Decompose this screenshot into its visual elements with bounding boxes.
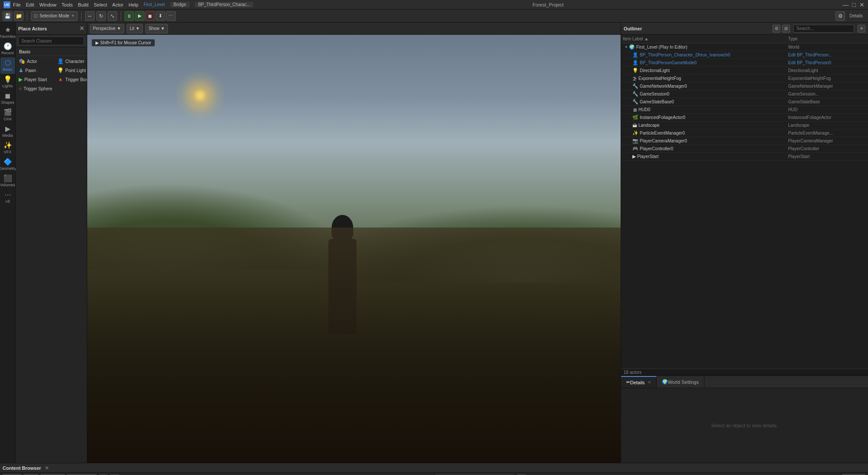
outliner-row[interactable]: 🔧 GameStateBase0 GameStateBase <box>621 98 868 106</box>
search-classes-input[interactable] <box>18 36 84 45</box>
more-play-btn[interactable]: ⋯ <box>166 11 176 21</box>
details-tab[interactable]: ✏ Details ✕ <box>621 376 657 388</box>
outliner-search-input[interactable] <box>793 25 854 33</box>
nav-vfx[interactable]: ✨ VFX <box>0 140 15 156</box>
place-triggerbox-item[interactable]: 🔺 Trigger Box <box>55 75 87 84</box>
perspective-btn[interactable]: Perspective ▼ <box>90 24 124 33</box>
selection-mode-dropdown[interactable]: ⬡ Selection Mode ▼ <box>31 11 78 21</box>
scale-icon[interactable]: ⤡ <box>108 11 117 21</box>
nav-shapes[interactable]: ◼ Shapes <box>0 90 15 107</box>
details-tab-close-btn[interactable]: ✕ <box>648 380 651 385</box>
nav-volumes[interactable]: ⬛ Volumes <box>0 173 15 189</box>
nav-favorites[interactable]: ★ Favorites <box>0 24 15 41</box>
stop-button[interactable]: ⏹ <box>145 11 155 21</box>
row-type: Edit BP_ThirdPerson0 <box>788 60 866 65</box>
outliner-row[interactable]: 🌿 InstancedFoliageActor0 InstancedFoliag… <box>621 114 868 122</box>
project-title: Forest_Project <box>253 2 842 7</box>
row-name: PlayerStart <box>637 154 788 159</box>
menu-actor[interactable]: Actor <box>112 2 124 7</box>
outliner-row[interactable]: 👤 BP_ThirdPerson_Character_Dhruv_Ivanovi… <box>621 51 868 59</box>
outliner-close-btn[interactable]: ✕ <box>858 25 865 33</box>
outliner-row[interactable]: ▶ PlayerStart PlayerStart <box>621 153 868 161</box>
row-name: GameNetworkManager0 <box>640 84 788 89</box>
show-btn[interactable]: Show ▼ <box>145 24 168 33</box>
expand-arrow-icon[interactable]: ▼ <box>625 45 628 49</box>
outliner-header: Outliner ⚙ ⊞ ✕ <box>621 23 868 35</box>
menu-file[interactable]: File <box>13 2 21 7</box>
nav-all[interactable]: ⋯ All <box>0 189 15 206</box>
row-name: DirectionalLight <box>640 68 788 73</box>
nav-media[interactable]: ▶ Media <box>0 123 15 140</box>
lit-btn[interactable]: Lit ▼ <box>127 24 143 33</box>
row-name: ParticleEventManager0 <box>640 131 788 135</box>
skip-button[interactable]: ⬇ <box>156 11 165 21</box>
minimize-btn[interactable]: — <box>843 1 849 8</box>
cine-icon: 🎬 <box>3 109 12 116</box>
playerstart-icon: ▶ <box>19 76 23 82</box>
pawn-label: Pawn <box>25 68 36 73</box>
outliner-row[interactable]: 🌫 ExponentialHeightFog ExponentialHeight… <box>621 75 868 82</box>
outliner-row[interactable]: 💡 DirectionalLight DirectionalLight <box>621 67 868 75</box>
settings-icon[interactable]: ⚙ <box>835 11 845 21</box>
menu-window[interactable]: Window <box>39 2 56 7</box>
play-button[interactable]: ▶ <box>135 11 145 21</box>
place-playerstart-item[interactable]: ▶ Player Start <box>16 75 55 84</box>
menu-tools[interactable]: Tools <box>62 2 73 7</box>
mouse-cursor-button[interactable]: ▶ Shift+F1 for Mouse Cursor <box>92 39 155 46</box>
menu-build[interactable]: Build <box>78 2 89 7</box>
place-actors-close-btn[interactable]: ✕ <box>79 25 84 32</box>
outliner-row[interactable]: ✨ ParticleEventManager0 ParticleEventMan… <box>621 129 868 137</box>
outliner-row[interactable]: 👤 BP_ThirdPersonGameMode0 Edit BP_ThirdP… <box>621 59 868 67</box>
nav-recent[interactable]: 🕐 Recent <box>0 41 15 57</box>
browse-icon[interactable]: 📁 <box>14 11 23 21</box>
maximize-btn[interactable]: □ <box>852 1 856 8</box>
pause-button[interactable]: ⏸ <box>125 11 134 21</box>
place-pawn-item[interactable]: ♟ Pawn <box>16 66 55 75</box>
place-actor-item[interactable]: 🎭 Actor <box>16 57 55 66</box>
bridge-tab[interactable]: Bridge <box>170 2 190 7</box>
outliner-row[interactable]: 📷 PlayerCameraManager0 PlayerCameraManag… <box>621 137 868 145</box>
menu-edit[interactable]: Edit <box>26 2 34 7</box>
close-btn[interactable]: ✕ <box>859 1 865 8</box>
place-character-item[interactable]: 👤 Character <box>55 57 87 66</box>
nav-lights[interactable]: 💡 Lights <box>0 74 15 90</box>
row-type: ExponentialHeightFog <box>788 76 866 81</box>
selection-mode-label: Selection Mode <box>39 13 69 18</box>
project-tab[interactable]: BP_ThirdPerson_Charac... <box>195 2 254 7</box>
geometry-icon: 🔷 <box>3 158 12 165</box>
selection-mode-icon: ⬡ <box>34 13 38 18</box>
details-empty-message: Select an object to view details. <box>711 423 778 428</box>
row-name: HUD0 <box>638 107 788 112</box>
viewport[interactable]: ▶ Shift+F1 for Mouse Cursor <box>87 35 621 463</box>
outliner-row[interactable]: 🎮 PlayerController0 PlayerController <box>621 145 868 153</box>
row-type: PlayerController <box>788 146 866 151</box>
save-icon[interactable]: 💾 <box>3 11 12 21</box>
settings-label-btn[interactable]: Details <box>847 11 865 21</box>
world-settings-tab[interactable]: 🌍 World Settings <box>657 376 704 388</box>
nav-geometry[interactable]: 🔷 Geometry <box>0 156 15 173</box>
nav-cine[interactable]: 🎬 Cine <box>0 107 15 123</box>
viewport-top-bar: Perspective ▼ Lit ▼ Show ▼ <box>87 23 621 35</box>
nav-basic[interactable]: ⬡ Basic <box>0 57 15 74</box>
menu-select[interactable]: Select <box>94 2 107 7</box>
outliner-filter-btn[interactable]: ⊞ <box>782 25 790 33</box>
transform-icon[interactable]: ↔ <box>85 11 95 21</box>
outliner-list[interactable]: ▼ 🌍 First_Level (Play In Editor) World 👤… <box>621 43 868 369</box>
rotate-icon[interactable]: ↻ <box>96 11 106 21</box>
place-triggersphere-item[interactable]: ○ Trigger Sphere <box>16 84 55 93</box>
bulb-icon: 💡 <box>3 76 12 83</box>
cb-close-btn[interactable]: ✕ <box>45 465 49 471</box>
main-toolbar: 💾 📁 ⬡ Selection Mode ▼ ↔ ↻ ⤡ ⏸ ▶ ⏹ ⬇ ⋯ ⚙… <box>0 10 868 23</box>
outliner-row[interactable]: 🔧 GameSession0 GameSession... <box>621 90 868 98</box>
outliner-settings-btn[interactable]: ⚙ <box>773 25 780 33</box>
outliner-row[interactable]: 🖥 HUD0 HUD <box>621 106 868 114</box>
outliner-row[interactable]: ▼ 🌍 First_Level (Play In Editor) World <box>621 43 868 51</box>
outliner-row[interactable]: 🔧 GameNetworkManager0 GameNetworkManager <box>621 82 868 90</box>
title-bar: UE File Edit Window Tools Build Select A… <box>0 0 868 10</box>
content-browser-panel: Content Browser ✕ + Add Fab ⬇ Import 💾 S… <box>0 463 868 475</box>
place-pointlight-item[interactable]: 💡 Point Light <box>55 66 87 75</box>
menu-help[interactable]: Help <box>128 2 138 7</box>
toolbar-sep-2 <box>81 12 82 20</box>
outliner-row[interactable]: 🏔 Landscape Landscape <box>621 122 868 129</box>
nav-favorites-label: Favorites <box>0 34 16 39</box>
